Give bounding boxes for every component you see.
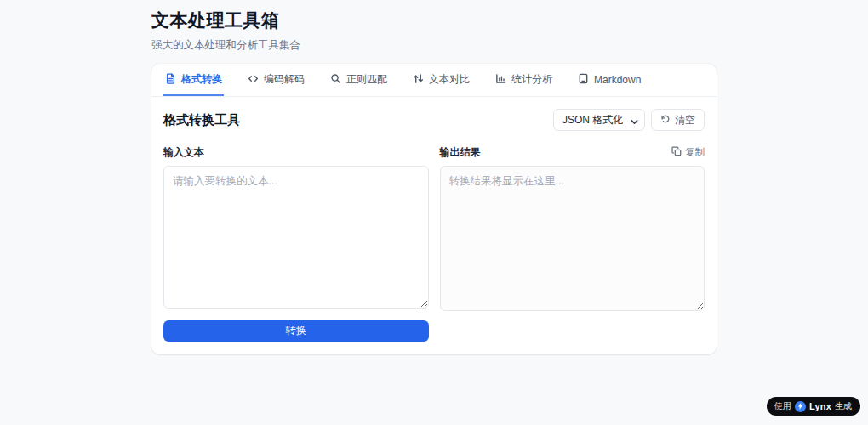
tab-label: 统计分析 xyxy=(511,72,552,87)
tab-statistics[interactable]: 统计分析 xyxy=(494,64,554,96)
output-label-row: 输出结果 复制 xyxy=(440,145,705,159)
tab-label: 正则匹配 xyxy=(346,72,387,87)
input-label-row: 输入文本 xyxy=(163,145,429,159)
tab-label: 编码解码 xyxy=(264,72,305,87)
main-container: 文本处理工具箱 强大的文本处理和分析工具集合 格式转换 编码解码 正则匹配 xyxy=(151,0,717,354)
swap-arrows-icon xyxy=(413,73,424,87)
tab-label: Markdown xyxy=(594,74,641,86)
tab-encode-decode[interactable]: 编码解码 xyxy=(246,64,306,96)
bar-chart-icon xyxy=(495,73,506,87)
io-grid: 输入文本 转换 输出结果 复制 xyxy=(163,145,705,342)
page-title: 文本处理工具箱 xyxy=(151,8,717,32)
clear-button[interactable]: 清空 xyxy=(651,109,705,131)
markdown-doc-icon xyxy=(578,73,589,87)
tab-format-convert[interactable]: 格式转换 xyxy=(163,64,224,96)
lynx-logo-icon xyxy=(795,401,806,412)
page-subtitle: 强大的文本处理和分析工具集合 xyxy=(151,38,717,53)
reset-icon xyxy=(660,114,671,127)
header-controls: JSON 格式化 清空 xyxy=(553,109,705,131)
input-textarea[interactable] xyxy=(163,166,429,309)
badge-prefix: 使用 xyxy=(774,400,791,412)
tab-label: 文本对比 xyxy=(429,72,470,87)
badge-suffix: 生成 xyxy=(835,400,852,412)
output-label: 输出结果 xyxy=(440,145,481,160)
mode-select[interactable]: JSON 格式化 xyxy=(553,109,645,131)
panel-title: 格式转换工具 xyxy=(163,112,240,128)
output-textarea[interactable] xyxy=(440,166,705,311)
input-column: 输入文本 转换 xyxy=(163,145,429,342)
input-label: 输入文本 xyxy=(163,145,204,160)
tab-bar: 格式转换 编码解码 正则匹配 文本对比 xyxy=(151,64,717,97)
search-icon xyxy=(330,73,341,87)
convert-button[interactable]: 转换 xyxy=(163,320,429,342)
output-column: 输出结果 复制 xyxy=(440,145,705,342)
badge-brand: Lynx xyxy=(809,401,831,411)
panel-header: 格式转换工具 JSON 格式化 清空 xyxy=(163,109,705,131)
copy-button[interactable]: 复制 xyxy=(671,146,705,159)
lynx-attribution-badge[interactable]: 使用 Lynx 生成 xyxy=(767,397,860,416)
copy-button-label: 复制 xyxy=(685,146,705,159)
card-body: 格式转换工具 JSON 格式化 清空 xyxy=(151,97,717,354)
tab-regex-match[interactable]: 正则匹配 xyxy=(328,64,389,96)
code-icon xyxy=(248,73,259,87)
toolbox-card: 格式转换 编码解码 正则匹配 文本对比 xyxy=(151,64,717,354)
tab-text-compare[interactable]: 文本对比 xyxy=(411,64,471,96)
tab-label: 格式转换 xyxy=(181,72,222,87)
copy-icon xyxy=(671,146,682,158)
clear-button-label: 清空 xyxy=(675,113,695,128)
tab-markdown[interactable]: Markdown xyxy=(576,64,642,96)
mode-select-wrap: JSON 格式化 xyxy=(553,109,645,131)
file-text-icon xyxy=(165,73,176,87)
